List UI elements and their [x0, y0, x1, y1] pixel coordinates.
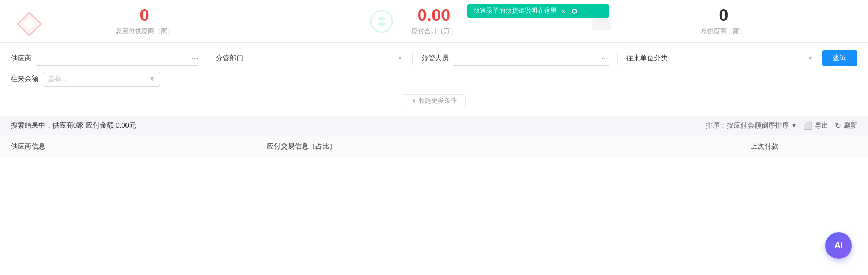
balance-placeholder: 选择... [48, 74, 67, 84]
sort-chevron-icon: ▼ [791, 122, 797, 129]
department-input[interactable]: ▼ [248, 52, 403, 65]
stat-payable-value: 0.00 [417, 6, 451, 23]
stat-total-suppliers-value: 0 [140, 6, 149, 23]
filter-group-balance: 往来余额 选择... ▼ [11, 72, 160, 87]
stat-payable-label: 应付合计（万） [412, 27, 456, 36]
filter-group-department: 分管部门 ▼ [216, 52, 403, 65]
ai-button[interactable]: Ai [825, 232, 852, 259]
sep1 [207, 52, 207, 65]
stat-total-suppliers: 0 总应付供应商（家） [0, 0, 289, 42]
svg-point-2 [371, 11, 392, 32]
sep2 [412, 52, 413, 65]
results-summary: 搜索结果中，供应商0家 应付金额 0.00元 [11, 121, 136, 130]
supplier-label: 供应商 [11, 53, 31, 63]
refresh-button[interactable]: ↻ 刷新 [835, 121, 857, 130]
stat-all-suppliers-value: 0 [719, 6, 728, 23]
balance-label: 往来余额 [11, 74, 38, 84]
table-body [0, 158, 868, 275]
collapse-up-icon: ∧ [412, 97, 416, 105]
filter-group-supplier: 供应商 ··· [11, 51, 198, 66]
person-input[interactable]: ··· [453, 51, 609, 66]
col-last-payment-header: 上次付款 [751, 142, 857, 151]
balance-input[interactable]: 选择... ▼ [43, 72, 160, 87]
results-actions: 排序：按应付会额倒序排序 ▼ ⬜ 导出 ↻ 刷新 [706, 121, 857, 130]
stat-all-suppliers: 0 总供应商（家） [579, 0, 868, 42]
col-supplier-info-header: 供应商信息 [11, 142, 267, 151]
export-label: 导出 [815, 121, 828, 130]
balance-chevron: ▼ [149, 75, 155, 83]
tooltip-text: 快速录单的快捷键说明在这里 [474, 6, 557, 15]
supplier-input[interactable]: ··· [36, 51, 198, 66]
tooltip-close[interactable]: × [561, 7, 565, 15]
unit-class-label: 往来单位分类 [626, 53, 668, 63]
sep3 [617, 52, 618, 65]
sort-select[interactable]: 排序：按应付会额倒序排序 ▼ [706, 121, 797, 130]
filter-row-1: 供应商 ··· 分管部门 ▼ 分管人员 ··· [11, 50, 857, 66]
tooltip-dot [572, 9, 577, 14]
collapse-button[interactable]: ∧ 收起更多条件 [403, 94, 466, 107]
table-section: 供应商信息 应付交易信息（占比） 上次付款 [0, 135, 868, 275]
filters-section: 供应商 ··· 分管部门 ▼ 分管人员 ··· [0, 43, 868, 116]
table-header: 供应商信息 应付交易信息（占比） 上次付款 [0, 135, 868, 158]
stat-all-suppliers-label: 总供应商（家） [701, 27, 746, 36]
filter-group-person: 分管人员 ··· [421, 51, 609, 66]
filter-row-2: 往来余额 选择... ▼ [11, 72, 857, 87]
filter-group-unit-class: 往来单位分类 ▼ [626, 52, 814, 65]
supplier-more-btn[interactable]: ··· [191, 53, 198, 63]
export-icon: ⬜ [803, 121, 812, 130]
person-label: 分管人员 [421, 53, 449, 63]
ai-btn-label: Ai [834, 241, 843, 250]
stat-total-suppliers-label: 总应付供应商（家） [116, 27, 173, 36]
export-button[interactable]: ⬜ 导出 [803, 121, 828, 130]
query-button[interactable]: 查询 [822, 50, 857, 66]
refresh-icon: ↻ [835, 121, 841, 130]
unit-class-input[interactable]: ▼ [672, 52, 814, 65]
refresh-label: 刷新 [843, 121, 857, 130]
collapse-row: ∧ 收起更多条件 [11, 92, 857, 112]
collapse-btn-label: 收起更多条件 [419, 96, 457, 105]
tooltip-bar: 快速录单的快捷键说明在这里 × [467, 4, 609, 18]
unit-class-chevron: ▼ [807, 54, 814, 62]
sort-label: 排序：按应付会额倒序排序 [706, 121, 789, 130]
person-more-btn[interactable]: ··· [601, 53, 608, 63]
tooltip-line [581, 11, 603, 11]
department-label: 分管部门 [216, 53, 243, 63]
col-transaction-info-header: 应付交易信息（占比） [267, 142, 751, 151]
voucher-icon [370, 10, 393, 35]
department-chevron: ▼ [397, 54, 404, 62]
results-bar: 搜索结果中，供应商0家 应付金额 0.00元 排序：按应付会额倒序排序 ▼ ⬜ … [0, 116, 868, 135]
